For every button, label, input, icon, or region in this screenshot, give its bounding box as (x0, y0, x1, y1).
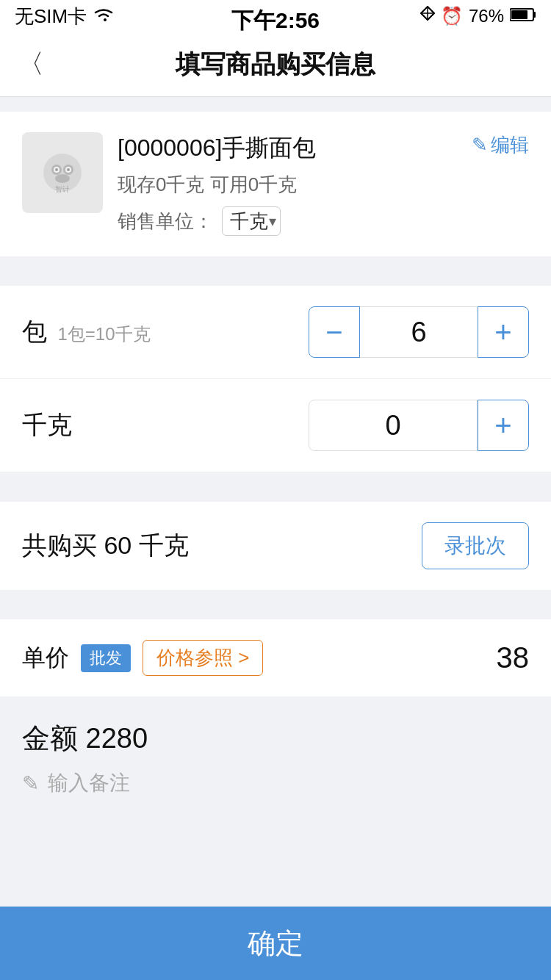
carrier-text: 无SIM卡 (15, 4, 87, 29)
product-card: 智计 [0000006]手撕面包 ✎ 编辑 现存0千克 可用0千克 销售单位： … (0, 112, 551, 256)
bag-quantity-row: 包 1包=10千克 − + (0, 286, 551, 379)
unit-select[interactable]: 千克 (222, 206, 281, 236)
price-section: 单价 批发 价格参照 > 38 (0, 619, 551, 696)
separator-3 (0, 590, 551, 605)
product-name: [0000006]手撕面包 (118, 132, 316, 165)
product-thumbnail: 智计 (22, 132, 103, 213)
bag-minus-button[interactable]: − (309, 306, 360, 358)
page-title: 填写商品购买信息 (176, 48, 375, 82)
product-info: [0000006]手撕面包 ✎ 编辑 现存0千克 可用0千克 销售单位： 千克 (118, 132, 529, 236)
kg-plus-button[interactable]: + (478, 400, 529, 451)
bag-qty-input[interactable] (360, 306, 478, 358)
status-left: 无SIM卡 (15, 4, 115, 29)
amount-label: 金额 2280 (22, 723, 148, 754)
svg-text:智计: 智计 (55, 185, 70, 193)
kg-quantity-row: 千克 + (0, 379, 551, 472)
product-header: [0000006]手撕面包 ✎ 编辑 (118, 132, 529, 172)
svg-rect-1 (533, 12, 536, 18)
separator-1 (0, 256, 551, 271)
confirm-bar[interactable]: 确定 (0, 907, 551, 980)
note-row[interactable]: ✎ 输入备注 (22, 769, 529, 797)
edit-button[interactable]: ✎ 编辑 (472, 132, 529, 158)
nav-bar: 〈 填写商品购买信息 (0, 32, 551, 97)
location-icon (420, 6, 435, 26)
price-ref-label: 价格参照 > (156, 645, 249, 671)
svg-rect-2 (511, 10, 527, 19)
total-row: 共购买 60 千克 录批次 (0, 502, 551, 590)
edit-icon: ✎ (472, 134, 488, 156)
quantity-section: 包 1包=10千克 − + 千克 + (0, 286, 551, 472)
back-button[interactable]: 〈 (18, 46, 44, 82)
bag-qty-control: − + (309, 306, 529, 358)
wifi-icon (93, 5, 115, 28)
bag-plus-button[interactable]: + (478, 306, 529, 358)
kg-qty-control: + (309, 400, 529, 451)
pencil-icon: ✎ (22, 771, 39, 796)
unit-label: 销售单位： (118, 209, 213, 234)
bag-label: 包 (22, 317, 47, 345)
batch-button[interactable]: 录批次 (422, 522, 529, 569)
amount-row: 金额 2280 (22, 720, 529, 757)
back-icon: 〈 (18, 48, 44, 79)
amount-section: 金额 2280 ✎ 输入备注 (0, 699, 551, 809)
status-time: 下午2:56 (231, 6, 320, 36)
svg-point-8 (55, 168, 58, 171)
status-right: ⏰ 76% (420, 6, 536, 26)
kg-qty-input[interactable] (309, 400, 478, 451)
svg-point-10 (55, 174, 70, 183)
price-tag: 批发 (81, 644, 131, 672)
bag-label-wrap: 包 1包=10千克 (22, 315, 151, 349)
battery-icon (510, 6, 536, 26)
svg-point-9 (67, 168, 70, 171)
price-ref-button[interactable]: 价格参照 > (143, 640, 263, 676)
total-text: 共购买 60 千克 (22, 529, 189, 563)
alarm-icon: ⏰ (441, 6, 463, 26)
edit-label: 编辑 (491, 132, 529, 158)
status-bar: 无SIM卡 下午2:56 ⏰ 76% (0, 0, 551, 32)
price-label: 单价 (22, 642, 69, 674)
bag-sub-label: 1包=10千克 (57, 324, 150, 344)
kg-label: 千克 (22, 411, 72, 439)
confirm-label: 确定 (248, 925, 303, 962)
product-unit-row: 销售单位： 千克 (118, 206, 529, 236)
product-stock: 现存0千克 可用0千克 (118, 172, 529, 198)
note-placeholder: 输入备注 (48, 769, 130, 797)
separator-2 (0, 472, 551, 487)
price-value: 38 (497, 641, 530, 674)
main-content: 智计 [0000006]手撕面包 ✎ 编辑 现存0千克 可用0千克 销售单位： … (0, 112, 551, 809)
battery-text: 76% (469, 6, 504, 26)
kg-label-wrap: 千克 (22, 408, 72, 442)
unit-select-wrap[interactable]: 千克 (222, 206, 281, 236)
